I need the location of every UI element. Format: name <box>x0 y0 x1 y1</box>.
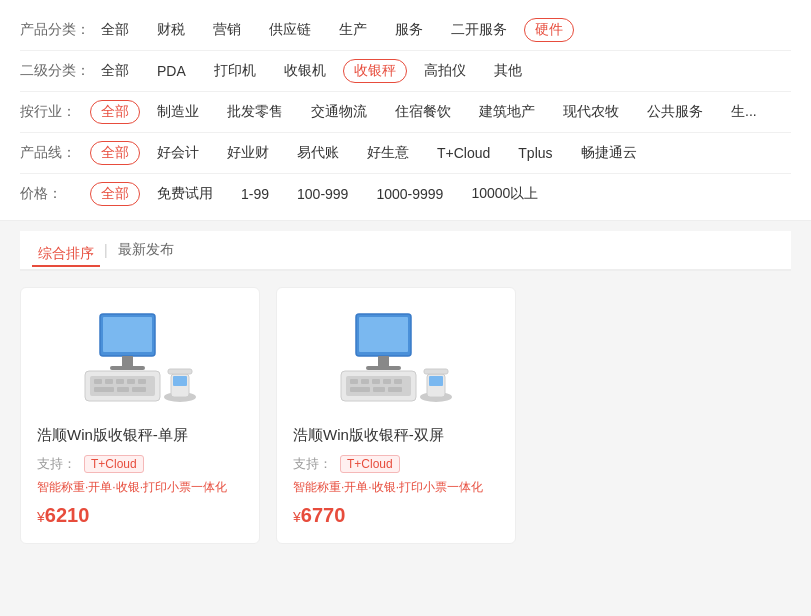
filter-item-product-category-supply_chain[interactable]: 供应链 <box>258 18 322 42</box>
filter-items-sub-category: 全部PDA打印机收银机收银秤高拍仪其他 <box>90 59 533 83</box>
svg-rect-24 <box>350 379 358 384</box>
currency-symbol-product-1: ¥ <box>37 509 45 525</box>
product-price-product-1: ¥6210 <box>37 504 243 527</box>
filter-item-product-category-service[interactable]: 服务 <box>384 18 434 42</box>
support-tag-product-1: T+Cloud <box>84 455 144 473</box>
filter-item-product-line-tcloud[interactable]: T+Cloud <box>426 142 501 164</box>
filter-item-product-category-production[interactable]: 生产 <box>328 18 378 42</box>
filter-label-product-line: 产品线： <box>20 144 90 162</box>
filter-row-industry: 按行业： 全部制造业批发零售交通物流住宿餐饮建筑地产现代农牧公共服务生... <box>20 92 791 133</box>
currency-symbol-product-2: ¥ <box>293 509 301 525</box>
filter-item-industry-construction[interactable]: 建筑地产 <box>468 100 546 124</box>
product-desc-product-1: 智能称重·开单·收银·打印小票一体化 <box>37 479 243 496</box>
filter-item-industry-manufacturing[interactable]: 制造业 <box>146 100 210 124</box>
filter-item-sub-category-high_cam[interactable]: 高拍仪 <box>413 59 477 83</box>
svg-rect-8 <box>116 379 124 384</box>
sort-item-comprehensive[interactable]: 综合排序 <box>32 243 100 267</box>
filter-items-price: 全部免费试用1-99100-9991000-999910000以上 <box>90 182 549 206</box>
filter-item-sub-category-cashier[interactable]: 收银机 <box>273 59 337 83</box>
filter-item-sub-category-scale[interactable]: 收银秤 <box>343 59 407 83</box>
filter-item-industry-life[interactable]: 生... <box>720 100 768 124</box>
filter-item-industry-modern_agri[interactable]: 现代农牧 <box>552 100 630 124</box>
filter-label-industry: 按行业： <box>20 103 90 121</box>
sort-divider: | <box>100 242 112 258</box>
filter-item-price-1000_9999[interactable]: 1000-9999 <box>365 183 454 205</box>
svg-rect-29 <box>350 387 370 392</box>
filter-item-product-line-smooth_cloud[interactable]: 畅捷通云 <box>570 141 648 165</box>
product-image-product-2 <box>293 304 499 414</box>
filter-label-price: 价格： <box>20 185 90 203</box>
svg-rect-9 <box>127 379 135 384</box>
svg-rect-6 <box>94 379 102 384</box>
svg-rect-1 <box>103 317 152 352</box>
filter-item-product-category-hardware[interactable]: 硬件 <box>524 18 574 42</box>
svg-rect-2 <box>122 356 133 366</box>
filter-label-sub-category: 二级分类： <box>20 62 90 80</box>
svg-rect-19 <box>359 317 408 352</box>
filter-item-product-line-good_business[interactable]: 好生意 <box>356 141 420 165</box>
svg-rect-3 <box>110 366 145 370</box>
svg-rect-17 <box>168 369 192 374</box>
filter-item-sub-category-printer[interactable]: 打印机 <box>203 59 267 83</box>
svg-rect-12 <box>117 387 129 392</box>
product-card-product-2[interactable]: 浩顺Win版收银秤-双屏 支持： T+Cloud 智能称重·开单·收银·打印小票… <box>276 287 516 544</box>
filter-item-product-line-tplus[interactable]: Tplus <box>507 142 563 164</box>
filter-item-sub-category-pda[interactable]: PDA <box>146 60 197 82</box>
product-support-product-1: 支持： T+Cloud <box>37 455 243 473</box>
products-grid: 浩顺Win版收银秤-单屏 支持： T+Cloud 智能称重·开单·收银·打印小票… <box>0 271 811 560</box>
filter-item-product-category-marketing[interactable]: 营销 <box>202 18 252 42</box>
svg-rect-11 <box>94 387 114 392</box>
filter-item-industry-wholesale[interactable]: 批发零售 <box>216 100 294 124</box>
support-tag-product-2: T+Cloud <box>340 455 400 473</box>
svg-rect-35 <box>424 369 448 374</box>
svg-rect-26 <box>372 379 380 384</box>
svg-rect-34 <box>429 376 443 386</box>
filter-item-sub-category-other[interactable]: 其他 <box>483 59 533 83</box>
svg-rect-10 <box>138 379 146 384</box>
filter-items-product-category: 全部财税营销供应链生产服务二开服务硬件 <box>90 18 574 42</box>
product-image-product-1 <box>37 304 243 414</box>
svg-rect-31 <box>388 387 402 392</box>
filter-row-sub-category: 二级分类： 全部PDA打印机收银机收银秤高拍仪其他 <box>20 51 791 92</box>
filter-item-product-category-open_service[interactable]: 二开服务 <box>440 18 518 42</box>
filter-item-product-category-finance[interactable]: 财税 <box>146 18 196 42</box>
filter-row-price: 价格： 全部免费试用1-99100-9991000-999910000以上 <box>20 174 791 214</box>
sort-item-latest[interactable]: 最新发布 <box>112 239 180 261</box>
filter-items-industry: 全部制造业批发零售交通物流住宿餐饮建筑地产现代农牧公共服务生... <box>90 100 768 124</box>
svg-rect-27 <box>383 379 391 384</box>
svg-rect-21 <box>366 366 401 370</box>
svg-rect-16 <box>173 376 187 386</box>
filter-item-product-line-easy_account[interactable]: 易代账 <box>286 141 350 165</box>
product-card-product-1[interactable]: 浩顺Win版收银秤-单屏 支持： T+Cloud 智能称重·开单·收银·打印小票… <box>20 287 260 544</box>
product-name-product-1: 浩顺Win版收银秤-单屏 <box>37 426 243 445</box>
support-label-product-1: 支持： <box>37 455 76 473</box>
filter-row-product-category: 产品分类： 全部财税营销供应链生产服务二开服务硬件 <box>20 10 791 51</box>
svg-rect-13 <box>132 387 146 392</box>
filter-item-industry-transport[interactable]: 交通物流 <box>300 100 378 124</box>
filter-item-sub-category-all[interactable]: 全部 <box>90 59 140 83</box>
svg-rect-30 <box>373 387 385 392</box>
sort-bar: 综合排序|最新发布 <box>20 231 791 271</box>
filter-item-industry-all[interactable]: 全部 <box>90 100 140 124</box>
filter-item-industry-public[interactable]: 公共服务 <box>636 100 714 124</box>
svg-rect-20 <box>378 356 389 366</box>
filter-item-price-1_99[interactable]: 1-99 <box>230 183 280 205</box>
filter-item-price-10000_plus[interactable]: 10000以上 <box>460 182 549 206</box>
product-name-product-2: 浩顺Win版收银秤-双屏 <box>293 426 499 445</box>
filter-items-product-line: 全部好会计好业财易代账好生意T+CloudTplus畅捷通云 <box>90 141 648 165</box>
svg-rect-25 <box>361 379 369 384</box>
filter-item-product-line-all[interactable]: 全部 <box>90 141 140 165</box>
filter-label-product-category: 产品分类： <box>20 21 90 39</box>
filter-item-industry-hospitality[interactable]: 住宿餐饮 <box>384 100 462 124</box>
svg-rect-28 <box>394 379 402 384</box>
filter-item-price-all[interactable]: 全部 <box>90 182 140 206</box>
filter-item-price-100_999[interactable]: 100-999 <box>286 183 359 205</box>
filter-item-product-line-good_account[interactable]: 好会计 <box>146 141 210 165</box>
filter-item-product-category-all[interactable]: 全部 <box>90 18 140 42</box>
filter-section: 产品分类： 全部财税营销供应链生产服务二开服务硬件 二级分类： 全部PDA打印机… <box>0 0 811 221</box>
filter-item-product-line-good_finance[interactable]: 好业财 <box>216 141 280 165</box>
product-support-product-2: 支持： T+Cloud <box>293 455 499 473</box>
svg-rect-7 <box>105 379 113 384</box>
filter-item-price-free[interactable]: 免费试用 <box>146 182 224 206</box>
product-price-product-2: ¥6770 <box>293 504 499 527</box>
